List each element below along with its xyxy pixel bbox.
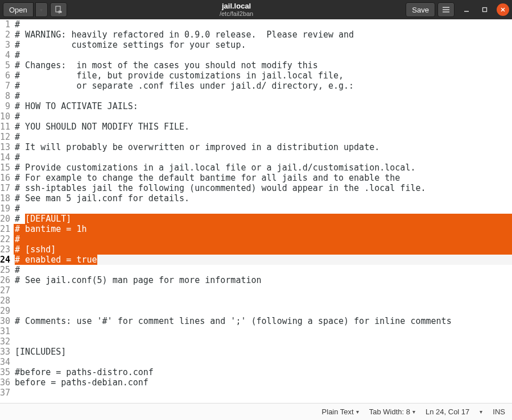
close-icon (500, 7, 506, 13)
maximize-button[interactable] (478, 3, 491, 16)
line-number: 5 (0, 60, 10, 70)
code-line[interactable]: # (14, 152, 512, 163)
code-line[interactable] (14, 326, 512, 336)
maximize-icon (482, 7, 488, 13)
cursor-position[interactable]: Ln 24, Col 17 (426, 407, 469, 416)
open-button[interactable]: Open (3, 2, 34, 17)
line-number: 31 (0, 326, 10, 336)
line-number: 27 (0, 285, 10, 296)
code-line[interactable]: [INCLUDES] (14, 347, 512, 357)
chevron-down-icon: ▾ (480, 409, 482, 415)
code-line[interactable] (14, 285, 512, 296)
code-line[interactable]: # Comments: use '#' for comment lines an… (14, 316, 512, 326)
code-line[interactable]: # It will probably be overwritten or imp… (14, 142, 512, 152)
line-number: 26 (0, 275, 10, 285)
line-number: 35 (0, 367, 10, 377)
line-number: 9 (0, 101, 10, 111)
title-area: jail.local /etc/fail2ban (69, 2, 404, 17)
code-line[interactable]: # Provide customizations in a jail.local… (14, 163, 512, 173)
svg-rect-0 (56, 6, 60, 12)
tab-width-label: Tab Width: 8 (369, 407, 410, 416)
line-number: 28 (0, 296, 10, 306)
code-line[interactable] (14, 388, 512, 398)
code-line[interactable] (14, 296, 512, 306)
line-number: 2 (0, 30, 10, 40)
line-number: 22 (0, 234, 10, 244)
code-line[interactable]: # [DEFAULT] (14, 214, 512, 224)
line-number: 18 (0, 193, 10, 203)
line-number: 29 (0, 306, 10, 316)
code-line[interactable]: #before = paths-distro.conf (14, 367, 512, 377)
code-line[interactable]: # See man 5 jail.conf for details. (14, 193, 512, 203)
line-number: 11 (0, 122, 10, 132)
line-number: 23 (0, 244, 10, 255)
insert-mode-label: INS (493, 407, 505, 416)
code-line[interactable]: # ssh-iptables jail the following (uncom… (14, 183, 512, 193)
code-line[interactable]: # enabled = true (14, 255, 512, 265)
code-line[interactable]: # Changes: in most of the cases you shou… (14, 60, 512, 70)
line-number: 30 (0, 316, 10, 326)
open-button-label: Open (9, 6, 27, 14)
code-content[interactable]: ## WARNING: heavily refactored in 0.9.0 … (14, 19, 512, 403)
code-line[interactable]: # customize settings for your setup. (14, 40, 512, 50)
line-number: 6 (0, 70, 10, 81)
hamburger-menu-button[interactable] (437, 2, 455, 17)
save-button-label: Save (412, 6, 429, 14)
code-line[interactable]: # YOU SHOULD NOT MODIFY THIS FILE. (14, 122, 512, 132)
line-number: 33 (0, 347, 10, 357)
line-number: 20 (0, 214, 10, 224)
code-line[interactable] (14, 336, 512, 347)
line-number: 13 (0, 142, 10, 152)
insert-mode-indicator[interactable]: INS (493, 407, 505, 416)
code-line[interactable]: # (14, 203, 512, 214)
code-line[interactable]: # HOW TO ACTIVATE JAILS: (14, 101, 512, 111)
document-path: /etc/fail2ban (69, 10, 404, 17)
save-button[interactable]: Save (406, 2, 435, 17)
line-number: 25 (0, 265, 10, 275)
code-line[interactable]: # (14, 111, 512, 122)
tab-width-selector[interactable]: Tab Width: 8 ▾ (369, 407, 415, 416)
minimize-button[interactable] (460, 3, 473, 16)
line-number: 8 (0, 91, 10, 101)
syntax-mode-selector[interactable]: Plain Text ▾ (322, 407, 359, 416)
window-controls (460, 3, 509, 16)
line-number: 37 (0, 388, 10, 398)
code-line[interactable]: # (14, 50, 512, 60)
code-line[interactable]: # (14, 91, 512, 101)
code-line[interactable] (14, 306, 512, 316)
editor-area[interactable]: 1234567891011121314151617181920212223242… (0, 19, 512, 403)
new-tab-button[interactable] (50, 2, 67, 17)
code-line[interactable]: # [sshd] (14, 244, 512, 255)
line-number-gutter: 1234567891011121314151617181920212223242… (0, 19, 14, 403)
code-line[interactable]: # (14, 234, 512, 244)
code-line[interactable]: # See jail.conf(5) man page for more inf… (14, 275, 512, 285)
line-number: 1 (0, 19, 10, 30)
code-line[interactable]: # file, but provide customizations in ja… (14, 70, 512, 81)
status-bar: Plain Text ▾ Tab Width: 8 ▾ Ln 24, Col 1… (0, 403, 512, 420)
code-line[interactable]: # (14, 265, 512, 275)
line-number: 24 (0, 255, 10, 265)
line-number: 3 (0, 40, 10, 50)
code-line[interactable]: # bantime = 1h (14, 224, 512, 234)
line-number: 36 (0, 377, 10, 388)
close-button[interactable] (497, 3, 509, 16)
code-line[interactable]: # WARNING: heavily refactored in 0.9.0 r… (14, 30, 512, 40)
line-number: 16 (0, 173, 10, 183)
open-recent-dropdown[interactable]: ▾ (35, 2, 48, 17)
code-line[interactable]: # or separate .conf files under jail.d/ … (14, 81, 512, 91)
line-number: 14 (0, 152, 10, 163)
line-number: 19 (0, 203, 10, 214)
document-title: jail.local (69, 2, 404, 10)
line-number: 21 (0, 224, 10, 234)
code-line[interactable]: # (14, 19, 512, 30)
code-line[interactable] (14, 357, 512, 367)
line-number: 4 (0, 50, 10, 60)
code-line[interactable]: # (14, 132, 512, 142)
code-line[interactable]: # For example to change the default bant… (14, 173, 512, 183)
code-line[interactable]: before = paths-debian.conf (14, 377, 512, 388)
minimize-icon (464, 7, 469, 13)
line-number: 7 (0, 81, 10, 91)
line-ending-selector[interactable]: ▾ (480, 409, 482, 415)
cursor-position-label: Ln 24, Col 17 (426, 407, 469, 416)
line-number: 15 (0, 163, 10, 173)
